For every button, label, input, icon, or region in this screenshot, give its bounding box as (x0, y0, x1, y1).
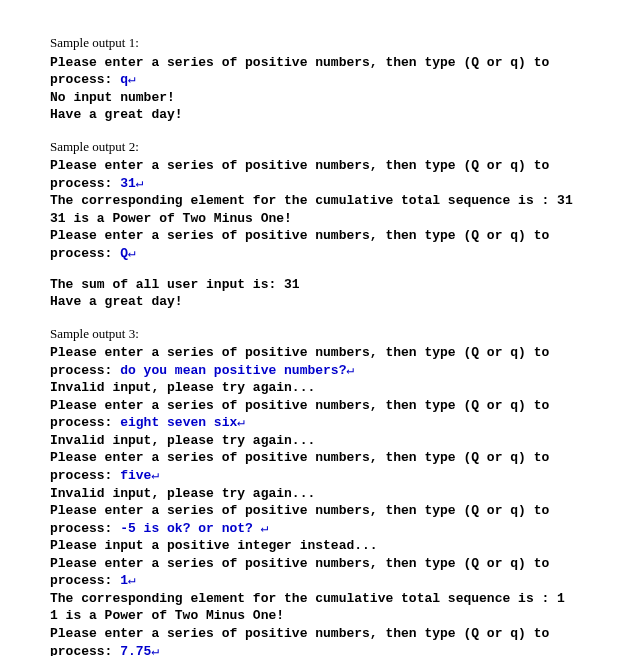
sample3-prompt4: Please enter a series of positive number… (50, 502, 585, 537)
sample3-heading: Sample output 3: (50, 325, 585, 343)
sample2-heading: Sample output 2: (50, 138, 585, 156)
sample3-invalid3: Invalid input, please try again... (50, 485, 585, 503)
sample3-prompt5: Please enter a series of positive number… (50, 555, 585, 590)
enter-symbol-icon: ↵ (128, 573, 136, 588)
enter-symbol-icon: ↵ (151, 644, 159, 657)
sample2-pow1: 31 is a Power of Two Minus One! (50, 210, 585, 228)
user-input: do you mean positive numbers? (120, 363, 346, 378)
sample1-line-prompt: Please enter a series of positive number… (50, 54, 585, 89)
user-input: 31 (120, 176, 136, 191)
user-input: eight seven six (120, 415, 237, 430)
sample2-corr1: The corresponding element for the cumula… (50, 192, 585, 210)
sample3-prompt2: Please enter a series of positive number… (50, 397, 585, 432)
enter-symbol-icon: ↵ (136, 176, 144, 191)
sample2-prompt2: Please enter a series of positive number… (50, 227, 585, 262)
sample2-sum: The sum of all user input is: 31 (50, 276, 585, 294)
sample2-bye: Have a great day! (50, 293, 585, 311)
enter-symbol-icon: ↵ (237, 415, 245, 430)
enter-symbol-icon: ↵ (128, 72, 136, 87)
sample3-positive: Please input a positive integer instead.… (50, 537, 585, 555)
enter-symbol-icon: ↵ (128, 246, 136, 261)
sample3-prompt6: Please enter a series of positive number… (50, 625, 585, 656)
enter-symbol-icon: ↵ (261, 521, 269, 536)
sample3-corr5: The corresponding element for the cumula… (50, 590, 585, 608)
user-input: Q (120, 246, 128, 261)
sample3-prompt3: Please enter a series of positive number… (50, 449, 585, 484)
sample3-invalid2: Invalid input, please try again... (50, 432, 585, 450)
sample2-prompt1: Please enter a series of positive number… (50, 157, 585, 192)
user-input: 1 (120, 573, 128, 588)
user-input: five (120, 468, 151, 483)
sample3-pow5: 1 is a Power of Two Minus One! (50, 607, 585, 625)
blank-line (50, 263, 585, 276)
user-input: -5 is ok? or not? (120, 521, 260, 536)
sample3-invalid1: Invalid input, please try again... (50, 379, 585, 397)
user-input: q (120, 72, 128, 87)
sample1-heading: Sample output 1: (50, 34, 585, 52)
enter-symbol-icon: ↵ (346, 363, 354, 378)
user-input: 7.75 (120, 644, 151, 657)
enter-symbol-icon: ↵ (151, 468, 159, 483)
sample1-bye: Have a great day! (50, 106, 585, 124)
sample3-prompt1: Please enter a series of positive number… (50, 344, 585, 379)
sample1-noinput: No input number! (50, 89, 585, 107)
